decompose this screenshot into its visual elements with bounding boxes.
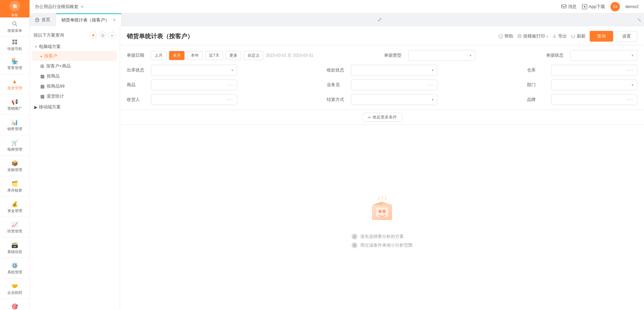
- sidebar-search[interactable]: 搜索菜单: [0, 17, 29, 37]
- page-actions: ? 帮助 按模板打印 ▾ 导出 刷新: [498, 31, 637, 42]
- receipt-status-label: 收款状态: [327, 67, 345, 73]
- page-title: 销货单统计表（按客户）: [127, 32, 193, 40]
- setting-button[interactable]: 设置: [616, 31, 637, 42]
- topbar-left: 办公用品行业模拟账套 ▾: [35, 4, 83, 10]
- mobile-scheme-group-title[interactable]: ▶ 移动端方案: [32, 103, 117, 111]
- date-btn-this-year[interactable]: 本年: [187, 51, 203, 60]
- by-customer-icon: ●: [40, 54, 42, 58]
- tab-maximize-button[interactable]: ⤢: [373, 16, 386, 23]
- settings-scheme-button[interactable]: ⊙: [99, 32, 106, 39]
- sidebar-quick-nav[interactable]: 快捷导航: [0, 37, 29, 54]
- sidebar-quick-nav-label: 快捷导航: [7, 46, 22, 51]
- user-name[interactable]: demo2: [625, 4, 639, 9]
- pc-scheme-group-title[interactable]: ▼ 电脑端方案: [32, 42, 117, 51]
- help-icon: ?: [498, 34, 503, 39]
- receipt-status-select[interactable]: ▾: [351, 65, 437, 75]
- consignee-input[interactable]: ···: [151, 94, 237, 105]
- app-download-button[interactable]: App下载: [582, 4, 605, 10]
- help-button[interactable]: ? 帮助: [498, 33, 513, 39]
- sidebar-item-retail[interactable]: 🏪 零售管理: [0, 54, 29, 74]
- sidebar-item-enterprise[interactable]: 🤝 企业协同: [0, 278, 29, 299]
- scheme-item-by-product99-label: 按商品99: [47, 83, 64, 89]
- mobile-group-label: 移动端方案: [39, 104, 61, 110]
- out-status-chevron: ▾: [231, 68, 233, 72]
- app-download-label: App下载: [589, 4, 605, 10]
- content-area: 按以下方案查询 + ⊙ « ▼ 电脑端方案 ● 按客户 ⊞ 按客户: [30, 26, 644, 310]
- scheme-item-by-customer-product[interactable]: ⊞ 按客户+商品: [32, 61, 117, 71]
- mobile-scheme-group: ▶ 移动端方案: [30, 101, 120, 111]
- left-panel-title: 按以下方案查询: [34, 32, 64, 38]
- sidebar-item-sales[interactable]: 📊 销售管理: [0, 115, 29, 135]
- sidebar-item-purchase[interactable]: 📦 采购管理: [0, 156, 29, 176]
- logo[interactable]: 畅 标版: [0, 0, 30, 17]
- date-btn-more[interactable]: 更多: [226, 51, 241, 60]
- order-status-select[interactable]: ▾: [570, 50, 637, 61]
- sidebar-item-basic[interactable]: 🗃️ 基础信息: [0, 238, 29, 258]
- collapse-row: 收起更多条件: [120, 110, 644, 125]
- date-btn-this-month[interactable]: 本月: [169, 51, 184, 60]
- svg-rect-7: [15, 42, 17, 44]
- brand-input[interactable]: ···: [551, 94, 637, 105]
- tab-close-button[interactable]: ✕: [113, 18, 116, 22]
- svg-rect-10: [36, 20, 39, 22]
- product-input[interactable]: ···: [151, 80, 237, 90]
- svg-text:?: ?: [500, 35, 501, 38]
- scheme-item-by-product[interactable]: ▦ 按商品: [32, 71, 117, 81]
- tab-sales-stat[interactable]: 销货单统计表（按客户） ✕: [56, 13, 121, 26]
- message-button[interactable]: 消息: [561, 4, 577, 10]
- sidebar-item-inventory[interactable]: 🗂️ 库存核算: [0, 176, 29, 197]
- sidebar-item-operation[interactable]: 📈 经营管理: [0, 217, 29, 238]
- order-status-label: 单据状态: [546, 52, 565, 58]
- template-print-arrow[interactable]: ▾: [546, 35, 548, 38]
- salesperson-input[interactable]: ···: [351, 80, 437, 90]
- svg-line-3: [15, 25, 17, 27]
- template-print-button[interactable]: 按模板打印 ▾: [517, 33, 548, 39]
- svg-text:畅: 畅: [12, 4, 17, 9]
- sidebar-item-wholesale[interactable]: ▲ 批发管理: [0, 74, 29, 94]
- date-btn-custom[interactable]: 自定义: [244, 51, 263, 60]
- topbar-right: 消息 App下载 Ea demo2: [561, 2, 639, 11]
- logo-icon: 畅: [9, 0, 21, 12]
- collapse-panel-button[interactable]: «: [108, 32, 116, 39]
- left-panel-header: 按以下方案查询 + ⊙ «: [30, 30, 120, 42]
- sidebar-item-marketing[interactable]: 📢 营销推广: [0, 94, 29, 115]
- topbar-dropdown-arrow[interactable]: ▾: [81, 4, 83, 9]
- out-status-select[interactable]: ▾: [151, 65, 237, 75]
- purchase-icon: 📦: [11, 160, 18, 166]
- settlement-select[interactable]: ▾: [351, 94, 437, 105]
- collapse-button[interactable]: 收起更多条件: [362, 113, 402, 122]
- sidebar-item-ecommerce[interactable]: 🛒 电商管理: [0, 135, 29, 156]
- order-status-chevron: ▾: [632, 53, 634, 58]
- query-button[interactable]: 查询: [590, 31, 613, 42]
- quick-nav-icon: [12, 39, 18, 45]
- tab-restore-button[interactable]: ⤡: [637, 17, 641, 22]
- scheme-item-by-customer[interactable]: ● 按客户: [32, 51, 117, 61]
- inventory-icon: 🗂️: [11, 180, 18, 187]
- date-btn-last-month[interactable]: 上月: [151, 51, 166, 60]
- svg-rect-5: [15, 40, 17, 42]
- order-type-chevron: ▾: [470, 53, 472, 58]
- mobile-group-arrow: ▶: [34, 105, 38, 110]
- sales-icon: 📊: [11, 119, 18, 125]
- date-btn-last7days[interactable]: 近7天: [205, 51, 223, 60]
- warehouse-input[interactable]: ···: [551, 65, 637, 75]
- svg-rect-14: [519, 34, 521, 36]
- main-area: 办公用品行业模拟账套 ▾ 消息 App下载 Ea demo2 首页 销货单统计表…: [30, 0, 644, 310]
- scheme-item-return-stat[interactable]: ▦ 退货统计: [32, 91, 117, 101]
- refresh-button[interactable]: 刷新: [571, 33, 586, 39]
- sidebar-item-system[interactable]: ⚙️ 系统管理: [0, 258, 29, 278]
- order-type-select[interactable]: ▾: [408, 50, 475, 61]
- empty-state: ① 请先选择要分析的方案 ② 用过滤条件来缩小分析范围: [120, 125, 644, 310]
- tab-home[interactable]: 首页: [30, 13, 56, 26]
- user-avatar[interactable]: Ea: [610, 2, 620, 11]
- scheme-item-by-product99[interactable]: ▦ 按商品99: [32, 81, 117, 91]
- add-scheme-button[interactable]: +: [90, 32, 97, 39]
- topbar-title: 办公用品行业模拟账套: [35, 4, 78, 10]
- filter-row-2: 出库状态 ▾ 收款状态 ▾ 仓库 ···: [127, 65, 637, 75]
- export-button[interactable]: 导出: [552, 33, 567, 39]
- sidebar-item-finance[interactable]: 💰 资金管理: [0, 197, 29, 217]
- department-select[interactable]: ▾: [551, 80, 637, 90]
- sidebar-item-newbie[interactable]: 🎯 新手引导: [0, 299, 29, 310]
- order-type-label: 单据类型: [384, 52, 403, 58]
- search-icon: [12, 21, 18, 27]
